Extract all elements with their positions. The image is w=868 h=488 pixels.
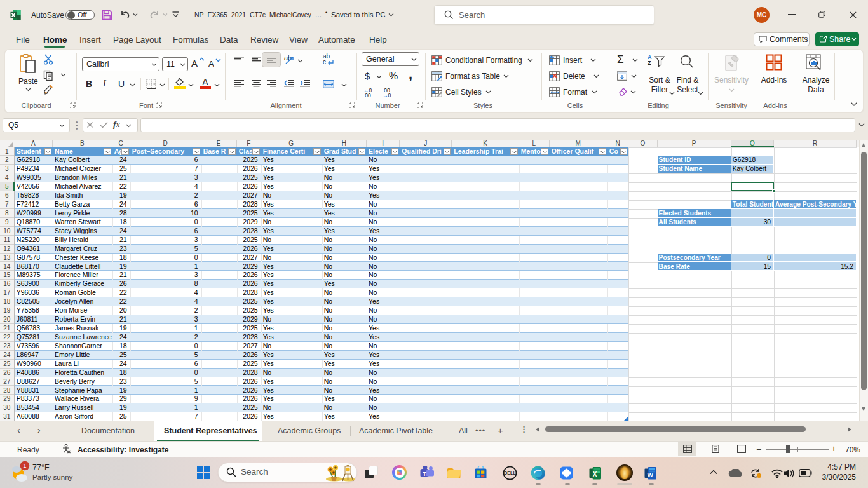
svg-text:X: X	[593, 471, 597, 478]
svg-text:W: W	[648, 471, 653, 478]
svg-text:DELL: DELL	[504, 471, 516, 475]
svg-text:T: T	[423, 471, 426, 477]
svg-text:1: 1	[23, 462, 26, 469]
